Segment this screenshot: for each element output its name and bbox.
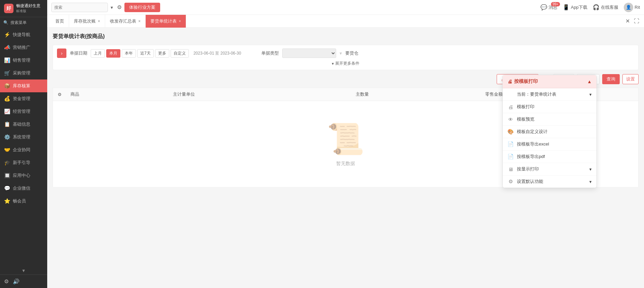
sidebar-item-label: 营销推广 [13,44,30,51]
filter-row: › 单据日期 上月 本月 本年 近7天 更多 自定义 2023-06-01 至 … [57,49,634,58]
sidebar-item-inventory[interactable]: 📦 库存核算 [0,79,47,92]
messages-badge: 99+ [551,2,560,6]
topbar-dropdown-button[interactable]: ▾ [111,5,113,10]
operation-icon: 📈 [4,108,10,115]
tab-order-report[interactable]: 要货单统计表 × [146,15,186,28]
date-btn-last-month[interactable]: 上月 [91,49,105,58]
sidebar-item-member[interactable]: ⭐ 畅会员 [0,195,47,207]
sidebar-item-marketing[interactable]: 📣 营销推广 [0,41,47,54]
maximize-tab-button[interactable]: ⛶ [633,17,641,26]
sidebar-item-search[interactable]: 🔍 搜索菜单 [0,17,47,28]
tab-batch-account-close[interactable]: × [98,19,100,24]
filter-expand-button[interactable]: › [57,49,66,58]
page-title: 要货单统计表(按商品) [53,33,639,40]
sidebar-item-label: 基础信息 [13,121,30,127]
date-btn-more[interactable]: 更多 [155,49,169,58]
print-dropdown-title: 🖨 按模板打印 [507,78,538,85]
trial-button[interactable]: 体验行业方案 [124,3,160,12]
print-current-template[interactable]: 当前：要货单统计表 ▾ [503,88,596,101]
online-service-button[interactable]: 🎧 在线客服 [593,4,618,10]
empty-text: 暂无数据 [336,161,355,167]
category-filter-label: 要货仓 [345,50,358,56]
sidebar-item-wechat[interactable]: 💬 企业微信 [0,182,47,195]
sidebar-item-label: 企业微信 [13,185,30,191]
print-dropdown-item-display-print[interactable]: 🖥 按显示打印 ▾ [503,163,596,175]
app-download-button[interactable]: 📱 App下载 [563,4,587,10]
date-range-label: 2023-06-01 至 2023-06-30 [194,51,241,56]
sidebar-item-guide[interactable]: 🎓 新手引导 [0,156,47,169]
app-name: 畅捷通好生意 [16,3,40,9]
print-dropdown-panel: 🖨 按模板打印 ▲ 当前：要货单统计表 ▾ 🖨 模板打印 👁 模板预览 🎨 模板… [502,75,597,188]
empty-illustration: 📜 [327,121,364,157]
display-print-label: 按显示打印 [517,166,539,172]
tab-order-report-close[interactable]: × [179,19,181,24]
sidebar-item-label: 采购管理 [13,70,30,76]
tab-collection-report[interactable]: 收发存汇总表 × [105,15,146,28]
print-dropdown-item-default-func[interactable]: ⚙ 设置默认功能 ▾ [503,175,596,188]
collab-icon: 🤝 [4,147,10,153]
sidebar-item-label: 库存核算 [13,83,30,89]
sidebar-item-quick-nav[interactable]: ⚡ 快捷导航 [0,28,47,41]
sidebar-scroll-down[interactable]: ▼ [0,267,47,275]
user-name: Rit [635,5,640,10]
tab-collection-report-close[interactable]: × [138,19,141,24]
date-filter-label: 单据日期 [70,50,87,56]
main-area: ▾ ⚙ 体验行业方案 💬 消息 99+ 📱 App下载 🎧 在线客服 👤 Rit [47,0,644,288]
volume-icon[interactable]: 🔊 [13,278,20,285]
print-dropdown-item-template-print[interactable]: 🖨 模板打印 [503,101,596,113]
filter-bar: › 单据日期 上月 本月 本年 近7天 更多 自定义 2023-06-01 至 … [53,45,639,70]
sidebar-item-apps[interactable]: 🔲 应用中心 [0,169,47,182]
settings-icon[interactable]: ⚙ [4,278,9,285]
sidebar-item-sales[interactable]: 📊 销售管理 [0,54,47,67]
tab-batch-account[interactable]: 库存批次账 × [69,15,105,28]
display-print-icon: 🖥 [507,166,514,172]
export-excel-label: 按模板导出excel [517,141,549,147]
topbar-gear-icon[interactable]: ⚙ [117,4,122,10]
sidebar-item-system[interactable]: ⚙️ 系统管理 [0,131,47,143]
print-dropdown-item-export-excel[interactable]: 📄 按模板导出excel [503,138,596,151]
date-btn-7days[interactable]: 近7天 [137,49,154,58]
sidebar-item-purchase[interactable]: 🛒 采购管理 [0,67,47,79]
sidebar-item-operation[interactable]: 📈 经营管理 [0,105,47,118]
print-dropdown-item-template-preview[interactable]: 👁 模板预览 [503,113,596,126]
col-settings[interactable]: ⚙ [53,88,66,101]
print-dropdown-item-export-pdf[interactable]: 📄 按模板导出pdf [503,151,596,163]
wechat-icon: 💬 [4,185,10,191]
topbar-search-input[interactable] [51,3,108,12]
col-qty: 主数量 [352,88,481,101]
close-tab-button[interactable]: ✕ [624,17,631,26]
basics-icon: 📋 [4,121,10,127]
settings-button[interactable]: 设置 [622,74,639,84]
tab-home[interactable]: 首页 [51,15,69,28]
messages-button[interactable]: 💬 消息 99+ [540,4,557,10]
user-avatar[interactable]: 👤 Rit [624,3,640,12]
date-btn-custom[interactable]: 自定义 [171,49,189,58]
expand-icon: ▾ [332,61,334,66]
sidebar-item-collab[interactable]: 🤝 企业协同 [0,143,47,156]
message-icon: 💬 [540,4,547,10]
sidebar-item-label: 畅会员 [13,198,26,204]
app-edition: 标准版 [16,9,40,13]
default-func-label: 设置默认功能 [517,179,543,185]
quick-nav-icon: ⚡ [4,32,10,38]
date-btn-this-year[interactable]: 本年 [122,49,136,58]
expand-label: 展开更多条件 [335,61,359,66]
content-area: 要货单统计表(按商品) › 单据日期 上月 本月 本年 近7天 更多 自定义 2… [47,28,644,288]
sidebar-item-finance[interactable]: 💰 资金管理 [0,92,47,105]
print-dropdown-item-template-custom[interactable]: 🎨 模板自定义设计 [503,126,596,138]
sidebar-search-label: 搜索菜单 [10,20,27,26]
topbar: ▾ ⚙ 体验行业方案 💬 消息 99+ 📱 App下载 🎧 在线客服 👤 Rit [47,0,644,15]
type-filter-label: 单据类型 [261,50,279,56]
type-filter-select[interactable] [282,49,336,58]
system-icon: ⚙️ [4,134,10,140]
query-button[interactable]: 查询 [602,74,620,84]
expand-more-button[interactable]: ▾ 展开更多条件 [332,61,359,66]
sidebar-item-basics[interactable]: 📋 基础信息 [0,118,47,131]
tab-batch-account-label: 库存批次账 [74,18,96,24]
tabbar-right: ✕ ⛶ [624,17,644,26]
print-dropdown-close-icon[interactable]: ▲ [587,79,592,84]
sidebar-item-label: 系统管理 [13,134,30,140]
search-icon: 🔍 [3,20,8,25]
date-btn-this-month[interactable]: 本月 [106,49,120,58]
sidebar-item-label: 快捷导航 [13,32,30,38]
